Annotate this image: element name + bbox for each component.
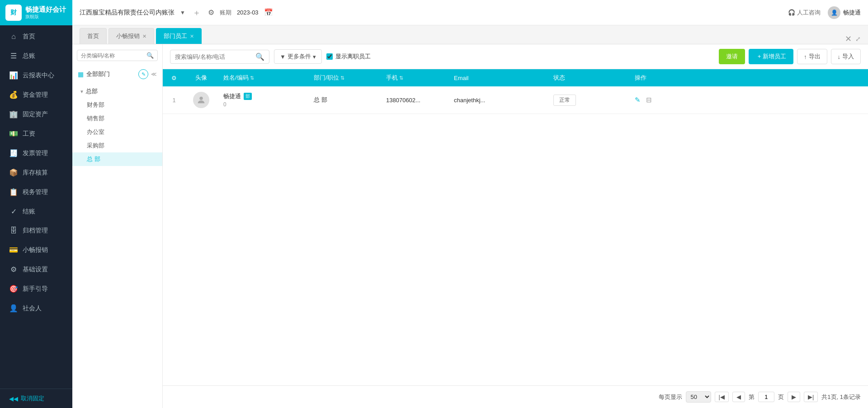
show-resigned-checkbox[interactable] bbox=[326, 53, 333, 60]
filter-button[interactable]: ▼ 更多条件 ▾ bbox=[274, 49, 322, 64]
period-value: 2023-03 bbox=[237, 9, 259, 16]
avatar bbox=[193, 92, 209, 108]
expense-icon: 💳 bbox=[9, 246, 18, 254]
col-dept[interactable]: 部门/职位 bbox=[307, 69, 380, 86]
tab-expense-label: 小畅报销 bbox=[116, 32, 140, 40]
row-status-cell: 正常 bbox=[547, 86, 628, 114]
reports-icon: 📊 bbox=[9, 71, 18, 80]
leave-button[interactable]: ⊟ bbox=[646, 96, 652, 104]
add-tab-button[interactable]: ＋ bbox=[191, 7, 203, 18]
employee-search-icon[interactable]: 🔍 bbox=[255, 52, 264, 61]
export-button[interactable]: ↑ 导出 bbox=[797, 49, 827, 64]
close-accounts-icon: ✓ bbox=[9, 207, 18, 216]
guide-icon: 🎯 bbox=[9, 285, 18, 293]
dept-edit-button[interactable]: ✎ bbox=[138, 69, 148, 79]
sidebar-item-archive[interactable]: 🗄 归档管理 bbox=[0, 221, 72, 240]
tab-home[interactable]: 首页 bbox=[80, 28, 107, 44]
sidebar-item-close-accounts[interactable]: ✓ 结账 bbox=[0, 202, 72, 221]
sidebar-item-guide[interactable]: 🎯 新手引导 bbox=[0, 279, 72, 299]
app-logo: 财 畅捷通好会计 旗舰版 bbox=[0, 0, 72, 25]
dept-collapse-icon[interactable]: ≪ bbox=[151, 71, 157, 77]
page-size-select[interactable]: 50 10 20 100 bbox=[686, 391, 711, 403]
dept-grid-icon: ▦ bbox=[78, 71, 84, 78]
col-phone[interactable]: 手机 bbox=[380, 69, 448, 86]
add-employee-button[interactable]: + 新增员工 bbox=[749, 49, 793, 64]
unpin-button[interactable]: ◀◀ 取消固定 bbox=[0, 389, 72, 408]
employee-search-input[interactable] bbox=[175, 53, 255, 60]
sidebar-item-label: 发票管理 bbox=[23, 149, 48, 157]
dept-child-office[interactable]: 办公室 bbox=[72, 125, 162, 139]
support-button[interactable]: 🎧 人工咨询 bbox=[788, 9, 821, 17]
employee-table: ⚙ 头像 姓名/编码 部门/职位 手机 Email 状态 操作 bbox=[163, 69, 868, 385]
col-email: Email bbox=[448, 69, 547, 86]
filter-icon: ▼ bbox=[280, 53, 286, 60]
sidebar-item-tax[interactable]: 📋 税务管理 bbox=[0, 182, 72, 202]
sidebar-item-home[interactable]: ⌂ 首页 bbox=[0, 27, 72, 46]
settings-button[interactable]: ⚙ bbox=[208, 8, 214, 17]
table-row: 1 畅捷通 bbox=[163, 86, 868, 114]
filter-label: 更多条件 bbox=[288, 52, 311, 61]
sidebar-item-fixed-assets[interactable]: 🏢 固定资产 bbox=[0, 104, 72, 124]
invite-button[interactable]: 邀请 bbox=[719, 49, 745, 64]
support-label: 人工咨询 bbox=[797, 9, 821, 17]
tab-employees[interactable]: 部门员工 ✕ bbox=[156, 28, 202, 44]
tab-bar-close-icon[interactable]: ✕ bbox=[845, 34, 852, 44]
tab-expense[interactable]: 小畅报销 ✕ bbox=[108, 28, 154, 44]
sidebar-item-label: 结账 bbox=[23, 208, 35, 216]
first-page-button[interactable]: |◀ bbox=[715, 392, 729, 402]
col-status: 状态 bbox=[547, 69, 628, 86]
col-avatar: 头像 bbox=[185, 69, 217, 86]
row-avatar-cell bbox=[185, 86, 217, 114]
right-panel: 🔍 ▼ 更多条件 ▾ 显示离职员工 邀请 + 新增员工 bbox=[163, 44, 868, 408]
all-dept-label: 全部部门 bbox=[86, 70, 110, 78]
col-settings[interactable]: ⚙ bbox=[163, 69, 185, 86]
sidebar-item-expense[interactable]: 💳 小畅报销 bbox=[0, 240, 72, 260]
tab-employees-close-icon[interactable]: ✕ bbox=[190, 33, 194, 39]
sidebar-item-salary[interactable]: 💵 工资 bbox=[0, 124, 72, 143]
sidebar-item-invoice[interactable]: 🧾 发票管理 bbox=[0, 143, 72, 163]
import-button[interactable]: ↓ 导入 bbox=[831, 49, 861, 64]
sidebar-item-label: 总账 bbox=[23, 52, 35, 60]
funds-icon: 💰 bbox=[9, 90, 18, 99]
calendar-icon[interactable]: 📅 bbox=[264, 8, 273, 17]
employee-code: 0 bbox=[223, 101, 301, 108]
sidebar-item-funds[interactable]: 💰 资金管理 bbox=[0, 85, 72, 104]
sidebar-item-general-ledger[interactable]: ☰ 总账 bbox=[0, 46, 72, 66]
prev-page-button[interactable]: ◀ bbox=[732, 392, 745, 402]
sidebar-item-label: 库存核算 bbox=[23, 169, 48, 177]
topbar: 江西服宝精品有限责任公司内账张 ▼ ＋ ⚙ 账期 2023-03 📅 🎧 人工咨… bbox=[72, 0, 868, 25]
row-phone: 138070602... bbox=[380, 86, 448, 114]
dept-search-input[interactable] bbox=[81, 52, 146, 59]
dept-search-icon[interactable]: 🔍 bbox=[146, 52, 154, 59]
user-avatar: 👤 bbox=[828, 6, 840, 19]
archive-icon: 🗄 bbox=[9, 227, 18, 235]
col-name[interactable]: 姓名/编码 bbox=[217, 69, 307, 86]
sidebar-item-inventory[interactable]: 📦 库存核算 bbox=[0, 163, 72, 182]
user-info[interactable]: 👤 畅捷通 bbox=[828, 6, 861, 19]
tab-bar-expand-icon[interactable]: ⤢ bbox=[855, 35, 861, 43]
dept-child-general[interactable]: 总 部 bbox=[72, 152, 162, 166]
page-number-input[interactable] bbox=[758, 392, 774, 402]
filter-chevron-icon: ▾ bbox=[313, 53, 316, 60]
page-di-label: 第 bbox=[749, 393, 755, 401]
show-resigned-label[interactable]: 显示离职员工 bbox=[326, 52, 371, 61]
edit-button[interactable]: ✎ bbox=[635, 96, 641, 104]
sidebar-item-label: 税务管理 bbox=[23, 188, 48, 196]
last-page-button[interactable]: ▶| bbox=[804, 392, 818, 402]
sidebar-item-settings[interactable]: ⚙ 基础设置 bbox=[0, 260, 72, 279]
dept-child-finance[interactable]: 财务部 bbox=[72, 98, 162, 112]
sidebar-item-reports[interactable]: 📊 云报表中心 bbox=[0, 66, 72, 85]
sidebar-item-social[interactable]: 👤 社会人 bbox=[0, 299, 72, 318]
tab-expense-close-icon[interactable]: ✕ bbox=[142, 33, 146, 39]
svg-point-0 bbox=[199, 97, 203, 100]
dept-child-sales[interactable]: 销售部 bbox=[72, 112, 162, 125]
assets-icon: 🏢 bbox=[9, 110, 18, 119]
page-size-label: 每页显示 bbox=[659, 393, 682, 401]
all-dept-header[interactable]: ▦ 全部部门 ✎ ≪ bbox=[72, 66, 162, 83]
employee-name: 畅捷通 bbox=[223, 92, 241, 100]
next-page-button[interactable]: ▶ bbox=[788, 392, 800, 402]
dept-group-total[interactable]: 总部 bbox=[72, 85, 162, 98]
dept-child-purchase[interactable]: 采购部 bbox=[72, 139, 162, 152]
company-dropdown-icon[interactable]: ▼ bbox=[180, 9, 185, 16]
logo-sub: 旗舰版 bbox=[25, 14, 66, 20]
